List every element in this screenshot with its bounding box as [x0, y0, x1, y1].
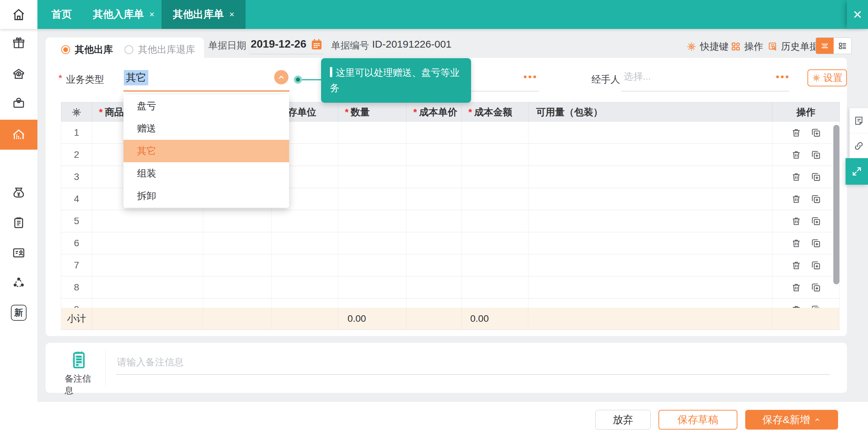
cell-cost-price[interactable]	[406, 254, 462, 276]
dropdown-option[interactable]: 赠送	[123, 117, 289, 140]
radio-other-outbound-return[interactable]: 其他出库退库	[124, 43, 195, 56]
remarks-input[interactable]	[116, 356, 825, 368]
delete-row-button[interactable]	[791, 304, 801, 308]
close-icon[interactable]: ✕	[847, 0, 868, 29]
cell-cost-amount[interactable]	[462, 122, 529, 144]
cell-cost-amount[interactable]	[462, 277, 529, 298]
dropdown-option[interactable]: 盘亏	[123, 95, 289, 117]
settings-button[interactable]: 设置	[807, 69, 847, 86]
sidebar-item-share[interactable]	[0, 269, 37, 296]
cell-product[interactable]	[92, 254, 203, 276]
dropdown-option[interactable]: 拆卸	[123, 185, 289, 207]
cell-hidden[interactable]	[203, 299, 271, 308]
cell-unit[interactable]	[271, 210, 338, 232]
delete-row-button[interactable]	[791, 216, 801, 226]
grid-settings-cell[interactable]	[61, 102, 92, 122]
delete-row-button[interactable]	[791, 194, 801, 204]
close-tab-icon[interactable]: ×	[229, 9, 234, 20]
cell-qty[interactable]	[338, 299, 406, 308]
delete-row-button[interactable]	[791, 128, 801, 138]
handler-ellipsis-button[interactable]	[776, 76, 788, 78]
cell-cost-amount[interactable]	[462, 232, 529, 254]
cell-unit[interactable]	[271, 299, 338, 308]
save-draft-button[interactable]: 保存草稿	[658, 410, 737, 430]
cell-cost-price[interactable]	[406, 188, 462, 210]
grid-scrollbar[interactable]	[833, 125, 839, 284]
handler-input[interactable]	[623, 71, 750, 82]
cell-product[interactable]	[92, 232, 203, 254]
duplicate-row-button[interactable]	[811, 172, 821, 182]
delete-row-button[interactable]	[791, 150, 801, 160]
collapse-dropdown-button[interactable]	[274, 70, 288, 84]
cell-cost-amount[interactable]	[462, 166, 529, 188]
cell-hidden[interactable]	[203, 232, 271, 254]
cell-hidden[interactable]	[203, 254, 271, 276]
delete-row-button[interactable]	[791, 282, 801, 293]
delete-row-button[interactable]	[791, 172, 801, 182]
cell-unit[interactable]	[271, 277, 338, 298]
date-value[interactable]: 2019-12-26	[251, 38, 306, 50]
close-tab-icon[interactable]: ×	[149, 9, 154, 20]
cell-qty[interactable]	[338, 254, 406, 276]
cell-hidden[interactable]	[203, 210, 271, 232]
duplicate-row-button[interactable]	[811, 128, 821, 138]
calendar-icon[interactable]	[310, 38, 323, 51]
cell-cost-amount[interactable]	[462, 188, 529, 210]
cell-qty[interactable]	[338, 277, 406, 298]
home-button[interactable]	[0, 0, 37, 29]
sidebar-item-inventory[interactable]	[0, 120, 37, 150]
sidebar-item-purchase[interactable]	[0, 89, 37, 117]
cell-cost-amount[interactable]	[462, 299, 529, 308]
link-button[interactable]	[850, 133, 868, 158]
cell-cost-amount[interactable]	[462, 210, 529, 232]
cell-qty[interactable]	[338, 210, 406, 232]
sidebar-item-orders[interactable]	[0, 209, 37, 236]
cell-hidden[interactable]	[203, 277, 271, 298]
cell-unit[interactable]	[271, 232, 338, 254]
cell-cost-price[interactable]	[406, 122, 462, 144]
cell-cost-price[interactable]	[406, 277, 462, 298]
radio-other-outbound[interactable]: 其他出库	[61, 43, 113, 56]
cell-product[interactable]	[92, 277, 203, 298]
cell-qty[interactable]	[338, 232, 406, 254]
cell-cost-price[interactable]	[406, 299, 462, 308]
biz-type-value[interactable]: 其它	[124, 70, 148, 85]
sidebar-item-contacts[interactable]	[0, 239, 37, 266]
warehouse-ellipsis-button[interactable]	[524, 76, 536, 78]
duplicate-row-button[interactable]	[811, 282, 821, 293]
sidebar-item-gift[interactable]	[0, 30, 37, 57]
delete-row-button[interactable]	[791, 260, 801, 270]
duplicate-row-button[interactable]	[811, 194, 821, 204]
list-view-button[interactable]	[816, 38, 834, 54]
duplicate-row-button[interactable]	[811, 260, 821, 270]
cell-qty[interactable]	[338, 122, 406, 144]
sidebar-item-new[interactable]: 新	[0, 299, 37, 326]
shortcut-button[interactable]: 快捷键	[686, 40, 729, 53]
dropdown-option-selected[interactable]: 其它	[123, 140, 289, 162]
dropdown-option[interactable]: 组装	[123, 162, 289, 185]
sidebar-item-funds[interactable]	[0, 179, 37, 206]
operation-button[interactable]: 操作	[731, 40, 763, 53]
duplicate-row-button[interactable]	[811, 304, 821, 308]
sidebar-item-sales[interactable]	[0, 61, 37, 88]
cell-product[interactable]	[92, 299, 203, 308]
cell-cost-amount[interactable]	[462, 144, 529, 166]
delete-row-button[interactable]	[791, 238, 801, 248]
cell-cost-price[interactable]	[406, 210, 462, 232]
duplicate-row-button[interactable]	[811, 238, 821, 248]
tab-other-inbound[interactable]: 其他入库单 ×	[86, 0, 162, 29]
expand-button[interactable]	[846, 158, 868, 185]
card-view-button[interactable]	[834, 38, 851, 54]
duplicate-row-button[interactable]	[811, 216, 821, 226]
history-button[interactable]: 历史单据	[767, 40, 819, 53]
tab-home[interactable]: 首页	[37, 0, 86, 29]
cell-cost-price[interactable]	[406, 166, 462, 188]
cell-cost-amount[interactable]	[462, 254, 529, 276]
tab-other-outbound[interactable]: 其他出库单 ×	[162, 0, 246, 29]
cell-qty[interactable]	[338, 166, 406, 188]
cell-qty[interactable]	[338, 144, 406, 166]
cell-product[interactable]	[92, 210, 203, 232]
cell-cost-price[interactable]	[406, 232, 462, 254]
cell-qty[interactable]	[338, 188, 406, 210]
cell-cost-price[interactable]	[406, 144, 462, 166]
